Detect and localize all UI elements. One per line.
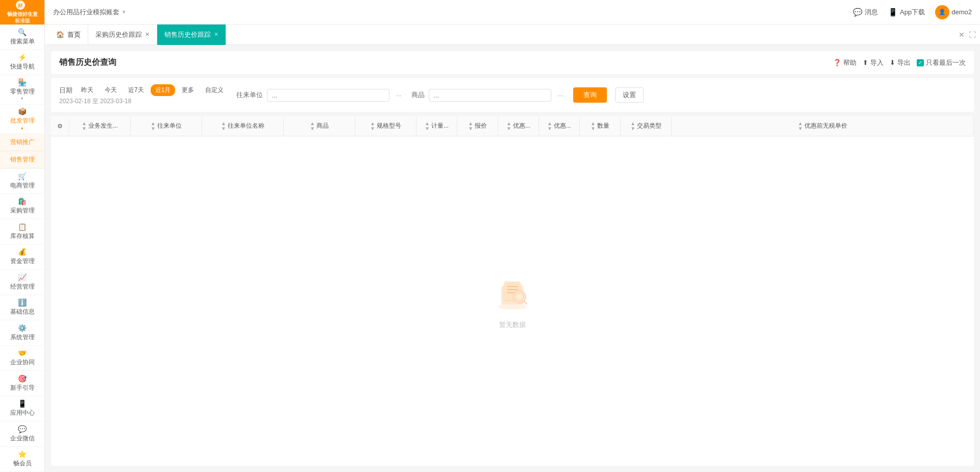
th-price-label: 报价 — [475, 122, 487, 130]
sort-icon-goods: ▲▼ — [310, 121, 315, 131]
svg-line-11 — [524, 301, 527, 304]
date-btn-7days[interactable]: 近7天 — [124, 84, 149, 96]
help-btn[interactable]: ❓ 帮助 — [833, 58, 856, 67]
unit-filter-group: 往来单位 ··· — [236, 89, 403, 102]
sidebar-item-ecommerce[interactable]: 🛒 电商管理 — [0, 169, 44, 194]
search-button[interactable]: 查询 — [573, 87, 607, 103]
sidebar-item-enterprise[interactable]: 🤝 企业协同 — [0, 346, 44, 371]
sort-icon-qty: ▲▼ — [591, 121, 596, 131]
export-btn[interactable]: ⬇ 导出 — [890, 58, 911, 67]
sidebar: 好 畅捷信好生意 标准版 🔍 搜索菜单 ⚡ 快捷导航 🏪 零售管理 ▾ 📦 批发… — [0, 0, 45, 472]
goods-filter-group: 商品 ··· — [411, 89, 565, 102]
system-icon: ⚙️ — [18, 324, 27, 332]
main-area: 办公用品行业模拟账套 ▾ 💬 消息 📱 App下载 👤 demo2 🏠 — [45, 0, 980, 472]
maximize-btn[interactable]: ⛶ — [969, 31, 976, 39]
sidebar-item-system[interactable]: ⚙️ 系统管理 — [0, 320, 44, 345]
th-discount1[interactable]: ▲▼ 优惠... — [498, 117, 539, 135]
th-unit-name-label: 往来单位名称 — [228, 122, 264, 130]
message-label: 消息 — [865, 8, 878, 17]
sidebar-item-purchase-label: 采购管理 — [10, 206, 35, 215]
sidebar-item-search[interactable]: 🔍 搜索菜单 — [0, 25, 44, 50]
sidebar-item-finance-label: 资金管理 — [10, 257, 35, 266]
th-spec-label: 规格型号 — [377, 122, 401, 130]
sidebar-item-purchase[interactable]: 🛍️ 采购管理 — [0, 194, 44, 219]
th-unit[interactable]: ▲▼ 计量... — [416, 117, 457, 135]
sidebar-item-vip[interactable]: ⭐ 畅会员 — [0, 447, 44, 472]
sidebar-item-wechat[interactable]: 💬 企业微信 — [0, 421, 44, 446]
avatar: 👤 — [935, 5, 949, 19]
goods-search-icon[interactable]: ··· — [555, 91, 565, 99]
sidebar-item-basics[interactable]: ℹ️ 基础信息 — [0, 295, 44, 320]
message-btn[interactable]: 💬 消息 — [853, 8, 878, 17]
goods-label: 商品 — [411, 90, 425, 100]
selector-arrow-icon: ▾ — [122, 9, 126, 15]
th-date-label: 业务发生... — [88, 122, 118, 130]
import-icon: ⬆ — [863, 59, 868, 66]
date-btn-yesterday[interactable]: 昨天 — [77, 84, 98, 96]
sidebar-sub-sales-mgmt-label: 销售管理 — [10, 155, 35, 164]
th-unit-label: 计量... — [431, 122, 449, 130]
quick-icon: ⚡ — [18, 53, 27, 61]
th-discount2[interactable]: ▲▼ 优惠... — [539, 117, 580, 135]
date-btn-today[interactable]: 今天 — [100, 84, 121, 96]
date-filter: 日期 昨天 今天 近7天 近1月 更多 自定义 — [59, 84, 228, 96]
operations-icon: 📈 — [18, 273, 27, 281]
sidebar-item-quick[interactable]: ⚡ 快捷导航 — [0, 50, 44, 75]
account-selector[interactable]: 办公用品行业模拟账套 ▾ — [53, 8, 126, 17]
account-selector-label: 办公用品行业模拟账套 — [53, 8, 119, 17]
import-btn[interactable]: ⬆ 导入 — [863, 58, 884, 67]
tab-purchase[interactable]: 采购历史价跟踪 ✕ — [88, 25, 157, 45]
filter-bar: 日期 昨天 今天 近7天 近1月 更多 自定义 2023-02-18 至 202… — [51, 78, 974, 112]
sidebar-item-ecommerce-label: 电商管理 — [10, 181, 35, 190]
tab-sales[interactable]: 销售历史价跟踪 ✕ — [157, 25, 226, 45]
sidebar-item-operations[interactable]: 📈 经营管理 — [0, 270, 44, 295]
th-unit-code[interactable]: ▲▼ 往来单位 — [131, 117, 202, 135]
sidebar-item-basics-label: 基础信息 — [10, 308, 35, 316]
sort-icon-tax-price: ▲▼ — [798, 121, 803, 131]
only-last-checkbox[interactable]: ✓ 只看最后一次 — [917, 58, 966, 67]
goods-input[interactable] — [429, 89, 551, 102]
sidebar-item-wholesale[interactable]: 📦 批发管理 ▴ — [0, 105, 44, 134]
date-range-text: 2023-02-18 至 2023-03-18 — [59, 97, 228, 106]
th-settings[interactable]: ⚙ — [51, 119, 69, 134]
close-window-btn[interactable]: ✕ — [959, 31, 965, 39]
date-btn-1month[interactable]: 近1月 — [151, 84, 176, 96]
th-trade[interactable]: ▲▼ 交易类型 — [621, 117, 672, 135]
sidebar-item-retail[interactable]: 🏪 零售管理 ▾ — [0, 75, 44, 105]
close-sales-tab-btn[interactable]: ✕ — [214, 31, 218, 38]
th-goods[interactable]: ▲▼ 商品 — [284, 117, 355, 135]
th-qty[interactable]: ▲▼ 数量 — [580, 117, 621, 135]
sidebar-sub-sales-mgmt[interactable]: 销售管理 — [0, 151, 44, 169]
unit-input[interactable] — [267, 89, 389, 102]
content-area: 销售历史价查询 ❓ 帮助 ⬆ 导入 ⬇ 导出 ✓ — [45, 45, 980, 472]
tab-home[interactable]: 🏠 首页 — [49, 25, 88, 45]
search-icon: 🔍 — [18, 28, 27, 36]
sidebar-item-newbie[interactable]: 🎯 新手引导 — [0, 371, 44, 396]
finance-icon: 💰 — [18, 248, 27, 256]
th-date[interactable]: ▲▼ 业务发生... — [69, 117, 131, 135]
page-title-bar: 销售历史价查询 ❓ 帮助 ⬆ 导入 ⬇ 导出 ✓ — [51, 51, 974, 74]
th-tax-price[interactable]: ▲▼ 优惠前无税单价 — [672, 117, 974, 135]
app-download-btn[interactable]: 📱 App下载 — [888, 8, 925, 17]
user-menu[interactable]: 👤 demo2 — [935, 5, 972, 19]
sidebar-item-search-label: 搜索菜单 — [10, 37, 35, 46]
date-btn-custom[interactable]: 自定义 — [201, 84, 228, 96]
sidebar-item-inventory[interactable]: 📋 库存核算 — [0, 219, 44, 244]
chevron-up-icon: ▴ — [21, 125, 23, 130]
sidebar-sub-marketing[interactable]: 营销推广 — [0, 134, 44, 151]
sidebar-item-finance[interactable]: 💰 资金管理 — [0, 245, 44, 270]
sidebar-item-apps[interactable]: 📱 应用中心 — [0, 396, 44, 421]
sidebar-item-newbie-label: 新手引导 — [10, 384, 35, 392]
th-price[interactable]: ▲▼ 报价 — [457, 117, 498, 135]
date-btn-more[interactable]: 更多 — [177, 84, 199, 96]
message-icon: 💬 — [853, 8, 863, 17]
th-unit-name[interactable]: ▲▼ 往来单位名称 — [202, 117, 284, 135]
close-purchase-tab-btn[interactable]: ✕ — [145, 31, 150, 38]
tab-purchase-label: 采购历史价跟踪 — [95, 30, 142, 39]
wholesale-submenu: 营销推广 销售管理 — [0, 134, 44, 169]
sidebar-item-wholesale-label: 批发管理 — [10, 116, 35, 125]
unit-search-icon[interactable]: ··· — [394, 91, 403, 99]
settings-button[interactable]: 设置 — [615, 87, 644, 103]
app-logo[interactable]: 好 畅捷信好生意 标准版 — [0, 0, 44, 25]
th-spec[interactable]: ▲▼ 规格型号 — [355, 117, 416, 135]
